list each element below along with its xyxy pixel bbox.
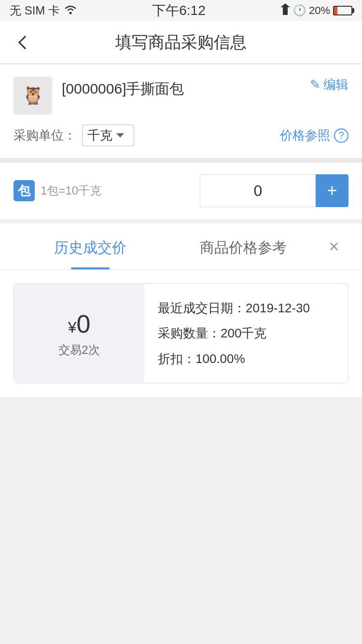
purchase-qty-value: 200千克 <box>221 326 266 340</box>
quantity-plus-button[interactable]: + <box>316 174 348 207</box>
product-section: 🦉 [0000006]手撕面包 ✎ 编辑 采购单位： 千克 价格参照 ? <box>0 65 362 158</box>
bottom-space <box>0 397 362 644</box>
recent-date-row: 最近成交日期：2019-12-30 <box>158 299 334 317</box>
quantity-label: 包 1包=10千克 <box>14 180 101 201</box>
price-card-left: ¥0 交易2次 <box>14 284 144 383</box>
product-logo-icon: 🦉 <box>22 85 44 106</box>
price-ref-button[interactable]: 价格参照 ? <box>280 127 348 144</box>
product-unit-row: 采购单位： 千克 价格参照 ? <box>14 125 348 146</box>
nav-bar: 填写商品采购信息 <box>0 21 362 64</box>
price-trades: 交易2次 <box>58 342 99 358</box>
price-card-right: 最近成交日期：2019-12-30 采购数量：200千克 折扣：100.00% <box>144 284 348 383</box>
quantity-section: 包 1包=10千克 0 + <box>0 163 362 219</box>
product-left: 🦉 [0000006]手撕面包 <box>14 76 184 115</box>
price-value: 0 <box>76 310 90 338</box>
tab-header: 历史成交价 商品价格参考 × <box>0 224 362 270</box>
unit-conversion: 1包=10千克 <box>41 183 101 198</box>
svg-point-0 <box>70 12 72 14</box>
alarm-icon: 🕐 <box>293 4 306 17</box>
unit-badge: 包 <box>14 180 35 201</box>
dropdown-arrow-icon <box>116 133 124 138</box>
product-name: [0000006]手撕面包 <box>62 76 184 99</box>
price-display: ¥0 <box>68 309 91 338</box>
edit-label: 编辑 <box>323 76 348 93</box>
unit-label: 采购单位： <box>14 127 76 144</box>
battery-percent: 20% <box>309 4 330 17</box>
price-ref-label: 价格参照 <box>280 127 330 144</box>
purchase-qty-label: 采购数量： <box>158 326 221 340</box>
recent-date-label: 最近成交日期： <box>158 301 246 315</box>
quantity-input-area: 0 + <box>200 174 348 207</box>
unit-value: 千克 <box>87 127 112 144</box>
discount-value: 100.00% <box>195 351 245 366</box>
location-icon <box>280 3 290 18</box>
unit-select[interactable]: 千克 <box>82 125 134 146</box>
product-thumbnail: 🦉 <box>14 76 52 115</box>
back-arrow-icon <box>18 35 32 49</box>
recent-date-value: 2019-12-30 <box>246 301 310 315</box>
edit-button[interactable]: ✎ 编辑 <box>310 76 348 93</box>
price-card: ¥0 交易2次 最近成交日期：2019-12-30 采购数量：200千克 折扣：… <box>14 283 348 383</box>
battery-icon <box>333 6 352 15</box>
purchase-qty-row: 采购数量：200千克 <box>158 324 334 342</box>
section-divider <box>0 158 362 163</box>
tab-history-price[interactable]: 历史成交价 <box>14 224 167 269</box>
card-container: ¥0 交易2次 最近成交日期：2019-12-30 采购数量：200千克 折扣：… <box>0 270 362 397</box>
wifi-icon <box>64 4 77 17</box>
tab-section: 历史成交价 商品价格参考 × ¥0 交易2次 最近成交日期：2019-12-30… <box>0 224 362 397</box>
status-time: 下午6:12 <box>152 1 206 20</box>
discount-label: 折扣： <box>158 351 195 366</box>
page-title: 填写商品采购信息 <box>115 31 247 54</box>
tab-product-price[interactable]: 商品价格参考 <box>167 224 320 269</box>
back-button[interactable] <box>0 21 42 64</box>
quantity-input[interactable]: 0 <box>200 174 316 207</box>
discount-row: 折扣：100.00% <box>158 350 334 367</box>
edit-icon: ✎ <box>310 77 320 92</box>
status-bar: 无 SIM 卡 下午6:12 🕐 20% <box>0 0 362 21</box>
price-symbol: ¥ <box>68 319 77 336</box>
carrier-label: 无 SIM 卡 <box>10 3 60 18</box>
status-left: 无 SIM 卡 <box>10 3 77 18</box>
unit-left: 采购单位： 千克 <box>14 125 134 146</box>
status-right: 🕐 20% <box>280 3 352 18</box>
product-header: 🦉 [0000006]手撕面包 ✎ 编辑 <box>14 76 348 115</box>
tab-close-button[interactable]: × <box>320 232 348 261</box>
help-icon: ? <box>334 128 348 143</box>
